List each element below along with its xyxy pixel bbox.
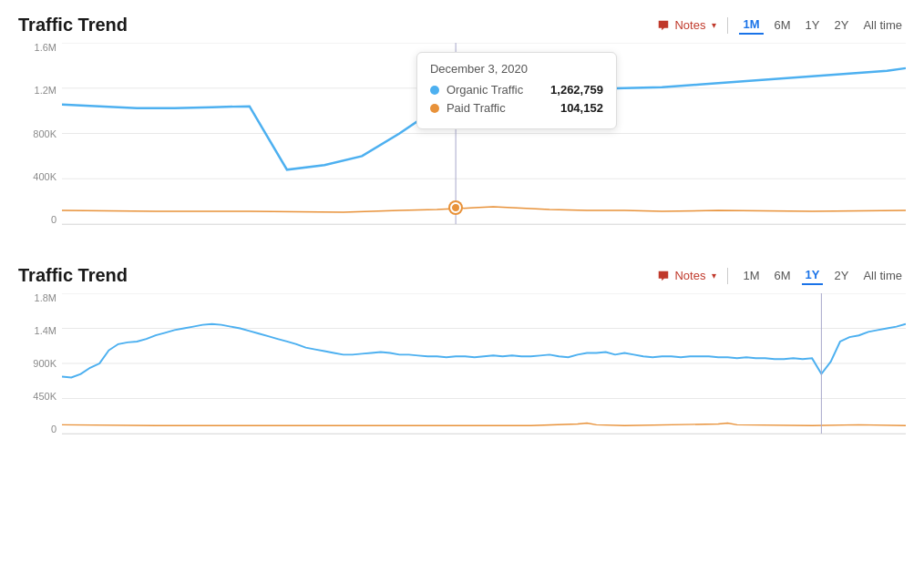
paid-dot (430, 104, 439, 113)
y-label-1-0: 1.6M (35, 43, 56, 53)
time-btn-1y[interactable]: 1Y (802, 16, 824, 34)
time-btn-1m[interactable]: 1M (739, 15, 763, 35)
y-label-2-2: 900K (33, 359, 56, 369)
time-btn2-1m[interactable]: 1M (739, 267, 763, 284)
y-label-2-0: 1.8M (35, 293, 56, 303)
time-btn2-2y[interactable]: 2Y (830, 267, 852, 284)
paid-hover-dot (450, 202, 461, 213)
y-label-1-4: 0 (51, 215, 56, 225)
time-filters-1: 1M 6M 1Y 2Y All time (739, 15, 906, 35)
time-filters-2: 1M 6M 1Y 2Y All time (739, 266, 906, 285)
tooltip-organic-label: Organic Traffic (447, 83, 543, 97)
chart-panel-1: Traffic Trend Notes ▾ 1M 6M 1Y 2Y All ti… (18, 15, 906, 243)
tooltip-1: December 3, 2020 Organic Traffic 1,262,7… (416, 52, 617, 129)
time-btn-6m[interactable]: 6M (771, 16, 795, 34)
tooltip-paid-label: Paid Traffic (447, 101, 553, 115)
divider-2 (727, 268, 728, 284)
chart-panel-2: Traffic Trend Notes ▾ 1M 6M 1Y 2Y All ti… (18, 265, 906, 453)
chart-controls-2: Notes ▾ 1M 6M 1Y 2Y All time (657, 266, 906, 285)
y-axis-2: 1.8M 1.4M 900K 450K 0 (18, 293, 62, 434)
y-label-2-1: 1.4M (35, 326, 56, 336)
y-label-1-2: 800K (33, 129, 56, 139)
organic-dot (430, 86, 439, 95)
tooltip-paid-value: 104,152 (560, 101, 603, 115)
time-btn-alltime[interactable]: All time (859, 16, 906, 34)
y-label-2-3: 450K (33, 392, 56, 402)
chart-svg-container-1: December 3, 2020 Organic Traffic 1,262,7… (62, 43, 906, 225)
tooltip-row-paid: Paid Traffic 104,152 (430, 101, 603, 115)
tooltip-row-organic: Organic Traffic 1,262,759 (430, 83, 603, 97)
tooltip-date: December 3, 2020 (430, 62, 603, 76)
notes-icon-2 (657, 270, 670, 282)
time-btn2-6m[interactable]: 6M (771, 267, 795, 284)
notes-button-1[interactable]: Notes ▾ (657, 18, 716, 32)
time-btn2-alltime[interactable]: All time (859, 267, 906, 284)
notes-button-2[interactable]: Notes ▾ (657, 269, 716, 282)
chart-area-2: 1.8M 1.4M 900K 450K 0 (18, 293, 906, 453)
divider-1 (727, 17, 728, 34)
y-label-1-1: 1.2M (35, 86, 56, 96)
chart-controls-1: Notes ▾ 1M 6M 1Y 2Y All time (657, 15, 906, 35)
notes-icon-1 (657, 19, 670, 32)
chart-area-1: 1.6M 1.2M 800K 400K 0 (18, 43, 906, 243)
chart-title-2: Traffic Trend (18, 265, 128, 286)
chart-header-1: Traffic Trend Notes ▾ 1M 6M 1Y 2Y All ti… (18, 15, 906, 36)
y-axis-1: 1.6M 1.2M 800K 400K 0 (18, 43, 62, 225)
chart-svg-2 (62, 293, 906, 434)
chart-svg-container-2 (62, 293, 906, 434)
chart-title-1: Traffic Trend (18, 15, 128, 36)
time-btn-2y[interactable]: 2Y (830, 16, 852, 34)
y-label-1-3: 400K (33, 172, 56, 182)
time-btn2-1y[interactable]: 1Y (802, 266, 824, 285)
y-label-2-4: 0 (51, 424, 56, 434)
chart-header-2: Traffic Trend Notes ▾ 1M 6M 1Y 2Y All ti… (18, 265, 906, 286)
tooltip-organic-value: 1,262,759 (550, 83, 603, 97)
